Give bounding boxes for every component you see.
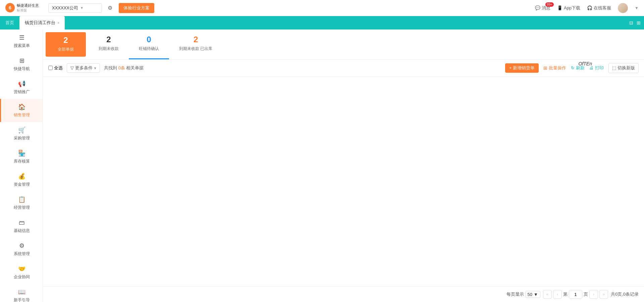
page-size-arrow: ▼ xyxy=(534,292,538,297)
tab-work-bench[interactable]: 钱货日清工作台 × xyxy=(19,16,65,29)
sales-label: 销售管理 xyxy=(14,112,30,118)
sidebar-item-system[interactable]: ⚙ 系统管理 xyxy=(0,238,43,261)
system-label: 系统管理 xyxy=(14,251,30,257)
sidebar-item-basic-info[interactable]: 🗃 基础信息 xyxy=(0,215,43,238)
marketing-icon: 📢 xyxy=(18,80,26,88)
header-right: 💬 消息 99+ 📱 App下载 🎧 在线客服 ▼ xyxy=(535,3,639,13)
summary-card-overdue[interactable]: 2 到期未收款 xyxy=(89,29,129,59)
message-icon: 💬 xyxy=(535,5,540,10)
message-btn[interactable]: 💬 消息 99+ xyxy=(535,5,550,11)
company-name: XXXXXX公司 xyxy=(52,5,78,11)
inventory-icon: 🏪 xyxy=(18,149,26,157)
page-input[interactable] xyxy=(569,290,582,299)
table-area xyxy=(43,77,644,286)
search-menu-icon: ☰ xyxy=(18,34,26,42)
quick-nav-label: 快捷导航 xyxy=(14,66,30,72)
page-nav: « ‹ 第 页 › » xyxy=(543,290,608,299)
page-size-box[interactable]: 50 ▼ xyxy=(525,291,540,298)
batch-btn[interactable]: ⊞ 批量操作 xyxy=(543,65,566,71)
next-page-btn[interactable]: › xyxy=(589,290,598,299)
content-area: 2 全部单据 2 到期未收款 0 旺铺待确认 2 到期未收款 已出库 全选 xyxy=(43,29,644,302)
pagination-bar: 每页显示 50 ▼ « ‹ 第 页 › » 共0页,0条记录 xyxy=(43,286,644,302)
result-count: 0条 xyxy=(118,65,125,70)
system-icon: ⚙ xyxy=(18,242,26,250)
select-all-checkbox[interactable]: 全选 xyxy=(48,65,63,71)
total-info: 共0页,0条记录 xyxy=(611,291,639,297)
search-menu-label: 搜索菜单 xyxy=(14,43,30,49)
message-badge: 99+ xyxy=(545,2,554,7)
collab-icon: 🤝 xyxy=(18,265,26,273)
logo-area: 6 畅捷通好生意 标准版 xyxy=(5,3,48,12)
purchase-label: 采购管理 xyxy=(14,135,30,141)
basic-info-icon: 🗃 xyxy=(18,219,26,227)
add-sales-btn[interactable]: + 新增销货单 xyxy=(505,63,539,73)
filter-icon: ▽ xyxy=(70,65,74,70)
switch-label: 切换新版 xyxy=(618,65,635,71)
switch-icon: ⬚ xyxy=(612,65,616,70)
basic-info-label: 基础信息 xyxy=(14,228,30,234)
purchase-icon: 🛒 xyxy=(18,126,26,134)
card-num-wangpu: 0 xyxy=(139,35,159,45)
filter-arrow: ∨ xyxy=(94,66,96,70)
tab-home[interactable]: 首页 xyxy=(0,16,19,29)
sidebar-item-finance[interactable]: 💰 资金管理 xyxy=(0,168,43,191)
sidebar-item-sales[interactable]: 🏠 销售管理 xyxy=(0,99,43,122)
tab-work-bench-label: 钱货日清工作台 xyxy=(25,20,55,26)
tab-minimize-icon[interactable]: ⊟ xyxy=(629,20,633,25)
sidebar-item-inventory[interactable]: 🏪 库存核算 xyxy=(0,145,43,168)
summary-card-wangpu[interactable]: 0 旺铺待确认 xyxy=(129,29,169,59)
operations-icon: 📋 xyxy=(18,195,26,203)
often-badge: OfTEn xyxy=(579,61,592,66)
tab-close-icon[interactable]: × xyxy=(57,21,59,25)
avatar[interactable] xyxy=(618,3,628,13)
page-prefix: 第 xyxy=(563,291,568,297)
summary-card-all[interactable]: 2 全部单据 xyxy=(46,32,86,57)
prev-page-btn[interactable]: ‹ xyxy=(553,290,562,299)
experience-btn[interactable]: 体验行业方案 xyxy=(119,3,154,13)
last-page-btn[interactable]: » xyxy=(599,290,608,299)
card-num-overdue: 2 xyxy=(99,35,119,45)
sidebar-item-guide[interactable]: 📖 新手引导 xyxy=(0,284,43,302)
card-num-all: 2 xyxy=(52,36,79,45)
settings-icon-btn[interactable]: ⚙ xyxy=(105,3,115,13)
first-page-btn[interactable]: « xyxy=(543,290,552,299)
download-icon: 📱 xyxy=(557,5,562,10)
tab-expand-icon[interactable]: ⊞ xyxy=(637,20,641,25)
company-dropdown-arrow: ▼ xyxy=(80,6,84,10)
card-label-overdue-shipped: 到期未收款 已出库 xyxy=(179,46,212,52)
tab-home-label: 首页 xyxy=(5,20,14,26)
sidebar-item-marketing[interactable]: 📢 营销推广 xyxy=(0,76,43,99)
username: ▼ xyxy=(635,6,639,10)
inventory-label: 库存核算 xyxy=(14,159,30,164)
sidebar-item-quick-nav[interactable]: ⊞ 快捷导航 xyxy=(0,53,43,76)
service-icon: 🎧 xyxy=(587,5,592,10)
toolbar: 全选 ▽ 更多条件 ∨ 共找到 0条 相关单据 + 新增销货单 ⊞ 批量操作 ↻ xyxy=(43,60,644,77)
online-service-btn[interactable]: 🎧 在线客服 xyxy=(587,5,611,11)
guide-icon: 📖 xyxy=(18,288,26,296)
online-service-label: 在线客服 xyxy=(594,5,611,11)
batch-icon: ⊞ xyxy=(543,65,547,71)
select-all-input[interactable] xyxy=(48,66,53,70)
toolbar-right: + 新增销货单 ⊞ 批量操作 ↻ 刷新 🖨 打印 ⬚ 切换新版 xyxy=(505,63,639,73)
card-label-all: 全部单据 xyxy=(52,47,79,52)
app-download-label: App下载 xyxy=(564,5,580,11)
switch-version-btn[interactable]: ⬚ 切换新版 xyxy=(608,63,639,73)
summary-cards: 2 全部单据 2 到期未收款 0 旺铺待确认 2 到期未收款 已出库 xyxy=(43,29,644,60)
quick-nav-icon: ⊞ xyxy=(18,57,26,65)
summary-card-overdue-shipped[interactable]: 2 到期未收款 已出库 xyxy=(169,29,222,59)
tab-bar-actions: ⊟ ⊞ xyxy=(629,20,644,25)
sidebar-item-purchase[interactable]: 🛒 采购管理 xyxy=(0,122,43,145)
result-text: 共找到 0条 相关单据 xyxy=(104,65,144,71)
card-num-overdue-shipped: 2 xyxy=(179,35,212,45)
logo-name: 畅捷通好生意 xyxy=(17,3,39,8)
sidebar-item-operations[interactable]: 📋 经营管理 xyxy=(0,191,43,215)
filter-btn[interactable]: ▽ 更多条件 ∨ xyxy=(67,63,100,73)
top-header: 6 畅捷通好生意 标准版 XXXXXX公司 ▼ ⚙ 体验行业方案 💬 消息 99… xyxy=(0,0,644,16)
batch-label: 批量操作 xyxy=(549,65,566,71)
company-selector[interactable]: XXXXXX公司 ▼ xyxy=(48,3,102,13)
sidebar-item-search-menu[interactable]: ☰ 搜索菜单 xyxy=(0,29,43,53)
app-download-btn[interactable]: 📱 App下载 xyxy=(557,5,580,11)
operations-label: 经营管理 xyxy=(14,205,30,210)
sidebar-item-collab[interactable]: 🤝 企业协同 xyxy=(0,261,43,284)
page-size-label: 每页显示 xyxy=(506,291,524,297)
